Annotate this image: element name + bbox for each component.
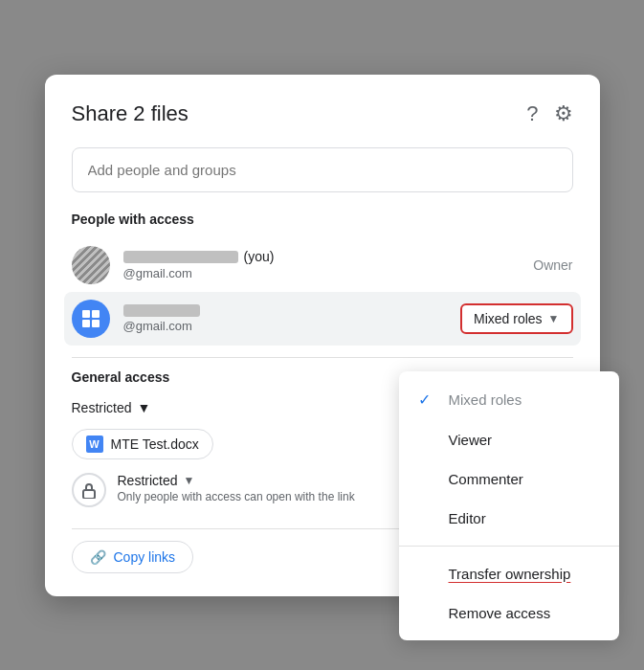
copy-link-icon: 🔗 bbox=[90, 549, 106, 565]
dropdown-item-editor[interactable]: Editor bbox=[399, 499, 619, 538]
transfer-ownership-label: Transfer ownership bbox=[449, 566, 571, 582]
mixed-roles-button[interactable]: Mixed roles ▼ bbox=[460, 303, 572, 334]
people-section-label: People with access bbox=[72, 212, 573, 227]
svg-rect-1 bbox=[92, 310, 100, 318]
dropdown-item-remove-access[interactable]: Remove access bbox=[399, 593, 619, 633]
dropdown-arrow-icon: ▼ bbox=[548, 312, 560, 325]
mixed-roles-label: Mixed roles bbox=[474, 311, 543, 326]
person-name-other bbox=[123, 304, 448, 317]
settings-icon[interactable]: ⚙ bbox=[554, 103, 573, 124]
dropdown-item-viewer-label: Viewer bbox=[449, 432, 493, 448]
person-name-owner: (you) bbox=[123, 249, 521, 264]
file-chip-label: MTE Test.docx bbox=[111, 436, 199, 452]
dropdown-item-commenter-label: Commenter bbox=[449, 471, 523, 487]
dropdown-menu: ✓ Mixed roles Viewer Commenter Editor Tr… bbox=[399, 371, 619, 640]
lock-icon bbox=[72, 473, 106, 507]
you-label: (you) bbox=[244, 249, 275, 264]
file-chip[interactable]: W MTE Test.docx bbox=[72, 429, 213, 459]
copy-links-button[interactable]: 🔗 Copy links bbox=[72, 541, 194, 573]
avatar-other bbox=[72, 300, 110, 338]
avatar-owner bbox=[72, 246, 110, 284]
email-other: @gmail.com bbox=[123, 319, 448, 333]
name-blur-owner bbox=[123, 251, 238, 263]
dropdown-item-mixed-roles[interactable]: ✓ Mixed roles bbox=[399, 379, 619, 420]
access-label: Restricted bbox=[118, 473, 178, 488]
role-owner: Owner bbox=[533, 257, 572, 273]
help-icon[interactable]: ? bbox=[526, 103, 538, 124]
email-owner: @gmail.com bbox=[123, 266, 521, 280]
modal-header: Share 2 files ? ⚙ bbox=[72, 101, 573, 126]
check-icon: ✓ bbox=[418, 391, 437, 409]
header-icons: ? ⚙ bbox=[526, 103, 572, 124]
person-info-owner: (you) @gmail.com bbox=[123, 249, 521, 280]
svg-rect-2 bbox=[82, 320, 90, 327]
dropdown-item-transfer-ownership[interactable]: Transfer ownership bbox=[399, 554, 619, 593]
person-info-other: @gmail.com bbox=[123, 304, 448, 333]
restricted-label: Restricted bbox=[72, 400, 132, 415]
section-divider bbox=[72, 357, 573, 358]
remove-access-label: Remove access bbox=[449, 605, 551, 621]
svg-rect-0 bbox=[82, 310, 90, 318]
restricted-dropdown-button[interactable]: Restricted ▼ bbox=[72, 396, 151, 419]
person-row-owner: (you) @gmail.com Owner bbox=[72, 238, 573, 292]
access-arrow-icon: ▼ bbox=[184, 474, 195, 487]
dropdown-item-editor-label: Editor bbox=[449, 510, 486, 526]
search-input[interactable] bbox=[72, 147, 573, 192]
name-blur-other bbox=[123, 304, 200, 317]
share-files-modal: Share 2 files ? ⚙ People with access (yo… bbox=[45, 75, 600, 596]
modal-title: Share 2 files bbox=[72, 101, 189, 126]
svg-rect-4 bbox=[83, 490, 95, 499]
copy-link-label: Copy links bbox=[114, 549, 176, 565]
dropdown-item-viewer[interactable]: Viewer bbox=[399, 420, 619, 459]
restricted-arrow-icon: ▼ bbox=[138, 400, 151, 415]
dropdown-item-commenter[interactable]: Commenter bbox=[399, 459, 619, 499]
svg-rect-3 bbox=[92, 320, 100, 327]
dropdown-item-mixed-roles-label: Mixed roles bbox=[449, 391, 522, 408]
dropdown-divider bbox=[399, 546, 619, 547]
person-row-other: @gmail.com Mixed roles ▼ bbox=[64, 292, 581, 346]
word-file-icon: W bbox=[86, 436, 103, 453]
